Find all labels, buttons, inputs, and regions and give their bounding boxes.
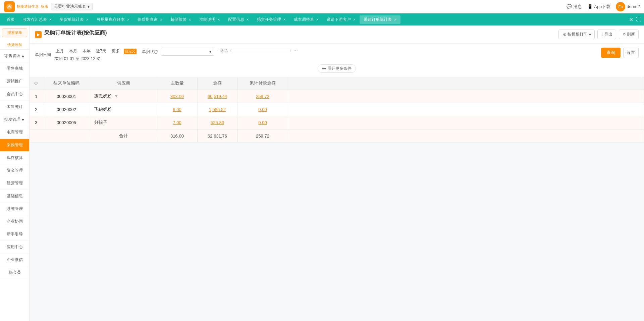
sidebar-item-purchase[interactable]: 采购管理 xyxy=(0,139,29,152)
footer-paid: 259.72 xyxy=(237,129,288,143)
settings-button[interactable]: 设置 xyxy=(623,48,639,58)
close-icon[interactable]: ✕ xyxy=(217,18,220,21)
print-button[interactable]: 🖨 按模板打印 ▾ xyxy=(558,30,595,39)
filter-section: 单据日期 上月 本月 本年 近7天 更多 自定义 2016-01-01 至 20… xyxy=(30,44,644,77)
row2-paid-link[interactable]: 0.00 xyxy=(258,107,267,112)
sidebar-item-wechat[interactable]: 企业微信 xyxy=(0,254,29,266)
close-icon[interactable]: ✕ xyxy=(394,18,396,21)
logo-tag: 标版 xyxy=(41,4,48,9)
sidebar-item-label: 企业微信 xyxy=(7,257,23,262)
row3-qty-link[interactable]: 7.00 xyxy=(173,120,181,125)
tab-keyongliang[interactable]: 可用量库存账本 ✕ xyxy=(93,15,133,24)
tab-peizhixinxi[interactable]: 配置信息 ✕ xyxy=(224,15,253,24)
close-icon[interactable]: ✕ xyxy=(189,18,191,21)
export-button[interactable]: ↓ 导出 xyxy=(597,30,616,39)
search-menu-button[interactable]: 搜索菜单 xyxy=(2,28,27,37)
this-year-btn[interactable]: 本年 xyxy=(80,48,93,55)
query-button[interactable]: 查询 xyxy=(601,48,621,58)
page-header-row: ▶ 采购订单统计表(按供应商) 🖨 按模板打印 ▾ ↓ 导出 ↺ 刷新 xyxy=(30,25,644,44)
close-icon[interactable]: ✕ xyxy=(160,18,162,21)
refresh-button[interactable]: ↺ 刷新 xyxy=(619,30,639,39)
sidebar-item-label: 基础信息 xyxy=(7,194,23,198)
quick-nav-button[interactable]: 快捷导航 xyxy=(0,40,29,50)
row3-paid-link[interactable]: 0.00 xyxy=(258,120,267,125)
close-icon[interactable]: ✕ xyxy=(246,18,249,21)
row1-expand-icon[interactable]: ▼ xyxy=(114,94,118,99)
tab-chaochu[interactable]: 超储预警 ✕ xyxy=(166,15,195,24)
tab-caigou-active[interactable]: 采购订单统计表 ✕ xyxy=(360,15,400,24)
toggle-filter-button[interactable]: ▶ xyxy=(35,31,42,38)
expand-more-button[interactable]: ▾▾ 展开更多条件 xyxy=(318,64,356,73)
close-icon[interactable]: ✕ xyxy=(49,18,52,21)
workspace-selector[interactable]: 母婴行业演示账套 ▾ xyxy=(51,3,93,10)
expand-label: 展开更多条件 xyxy=(327,66,352,71)
sidebar-item-label: 库存核算 xyxy=(7,155,23,160)
sidebar-item-retail-stats[interactable]: 零售统计 xyxy=(0,101,29,113)
chevron-down-icon: ▾▾ xyxy=(322,66,326,71)
close-icon[interactable]: ✕ xyxy=(353,18,356,21)
this-month-btn[interactable]: 本月 xyxy=(67,48,79,55)
status-select[interactable]: ▾ xyxy=(161,48,214,56)
app-download-button[interactable]: 📱 App下载 xyxy=(587,4,610,10)
sidebar-item-apps[interactable]: 应用中心 xyxy=(0,241,29,254)
close-icon[interactable]: ✕ xyxy=(127,18,129,21)
sidebar-item-member2[interactable]: 畅会员 xyxy=(0,266,29,279)
last-7-days-btn[interactable]: 近7天 xyxy=(94,48,108,55)
row2-qty-link[interactable]: 6.00 xyxy=(173,107,181,112)
tab-yaoqing[interactable]: 邀请下游客户 ✕ xyxy=(323,15,360,24)
sidebar-item-basic[interactable]: 基础信息 xyxy=(0,190,29,203)
row1-no: 1 xyxy=(30,90,43,103)
main-layout: 搜索菜单 快捷导航 零售管理 ▲ 零售商城 营销推广 会员中心 零售统计 批发管… xyxy=(0,25,644,321)
sidebar-item-ecommerce[interactable]: 电商管理 xyxy=(0,126,29,139)
close-icon[interactable]: ✕ xyxy=(316,18,319,21)
tab-jianhuo[interactable]: 拣货任务管理 ✕ xyxy=(253,15,290,24)
sidebar-item-inventory[interactable]: 库存核算 xyxy=(0,152,29,164)
refresh-icon: ↺ xyxy=(623,32,626,37)
tab-shoufasong[interactable]: 收发存汇总表 ✕ xyxy=(19,15,56,24)
chevron-down-icon: ▾ xyxy=(209,49,211,54)
row1-paid-link[interactable]: 259.72 xyxy=(256,94,269,99)
tab-baozhi[interactable]: 保质期查询 ✕ xyxy=(133,15,166,24)
close-all-icon[interactable]: ✕ xyxy=(629,16,633,23)
tab-chengben[interactable]: 成本调整单 ✕ xyxy=(290,15,323,24)
message-button[interactable]: 💬 消息 xyxy=(567,4,582,10)
chevron-down-icon: ▾ xyxy=(88,4,90,9)
last-month-btn[interactable]: 上月 xyxy=(54,48,66,55)
sidebar-item-member[interactable]: 会员中心 xyxy=(0,88,29,101)
sidebar-item-finance[interactable]: 资金管理 xyxy=(0,164,29,177)
col-header-check: ⚙ xyxy=(30,77,43,90)
close-icon[interactable]: ✕ xyxy=(86,18,89,21)
goods-input[interactable] xyxy=(230,49,291,52)
tab-yaohuo[interactable]: 要货单统计表 ✕ xyxy=(56,15,93,24)
sidebar-item-wholesale[interactable]: 批发管理 ▼ xyxy=(0,113,29,126)
sidebar-item-retail-manage[interactable]: 零售管理 ▲ xyxy=(0,50,29,62)
content-area: ▶ 采购订单统计表(按供应商) 🖨 按模板打印 ▾ ↓ 导出 ↺ 刷新 xyxy=(30,25,644,321)
maximize-icon[interactable]: ⛶ xyxy=(636,16,641,22)
sidebar-item-guide[interactable]: 新手引导 xyxy=(0,228,29,241)
table-row: 1 00020001 惠氏奶粉 ▼ 303.00 6 xyxy=(30,90,644,103)
close-icon[interactable]: ✕ xyxy=(283,18,286,21)
user-area[interactable]: Ea demo2 xyxy=(616,2,640,11)
sidebar-item-marketing[interactable]: 营销推广 xyxy=(0,75,29,88)
row3-amount: 525.80 xyxy=(197,116,237,129)
sidebar-item-operation[interactable]: 经营管理 xyxy=(0,177,29,190)
sidebar-item-system[interactable]: 系统管理 xyxy=(0,203,29,215)
table-row: 3 00020005 好孩子 7.00 525.80 xyxy=(30,116,644,129)
more-options-icon[interactable]: ··· xyxy=(293,48,298,54)
tab-home[interactable]: 首页 xyxy=(3,15,19,24)
row1-qty-link[interactable]: 303.00 xyxy=(170,94,184,99)
row2-amount-link[interactable]: 1,586.52 xyxy=(209,107,226,112)
sidebar-item-retail-mall[interactable]: 零售商城 xyxy=(0,62,29,75)
table-settings-icon[interactable]: ⚙ xyxy=(34,81,38,86)
data-table: ⚙ 往来单位编码 供应商 主数量 金额 xyxy=(30,77,644,143)
row1-amount-link[interactable]: 60,519.44 xyxy=(208,94,227,99)
tab-gongneng[interactable]: 功能说明 ✕ xyxy=(195,15,224,24)
print-icon: 🖨 xyxy=(562,32,566,37)
tab-home-label: 首页 xyxy=(7,17,15,22)
sidebar-item-enterprise[interactable]: 企业协同 xyxy=(0,215,29,228)
col-header-qty: 主数量 xyxy=(157,77,197,90)
row3-amount-link[interactable]: 525.80 xyxy=(211,120,224,125)
more-dates-btn[interactable]: 更多 xyxy=(110,48,122,55)
tab-label: 功能说明 xyxy=(199,17,215,22)
row1-amount: 60,519.44 xyxy=(197,90,237,103)
